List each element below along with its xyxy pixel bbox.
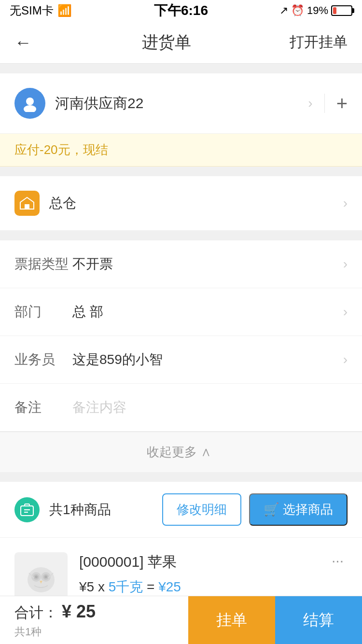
total-count: 共1种 bbox=[14, 625, 174, 639]
invoice-chevron-icon: › bbox=[343, 256, 348, 272]
subtotal: ¥25 bbox=[158, 579, 181, 594]
remark-placeholder: 备注内容 bbox=[72, 398, 348, 417]
svg-point-1 bbox=[24, 105, 36, 112]
product-icon bbox=[14, 497, 40, 522]
total-amount: ¥ 25 bbox=[62, 602, 96, 622]
status-bar-left: 无SIM卡 📶 bbox=[10, 3, 72, 18]
alarm-icon: ⏰ bbox=[291, 4, 304, 17]
invoice-type-value: 不开票 bbox=[72, 255, 343, 273]
wifi-icon: 📶 bbox=[57, 4, 72, 17]
owl-logo-icon bbox=[22, 560, 60, 598]
carrier-label: 无SIM卡 bbox=[10, 3, 54, 18]
hold-button[interactable]: 挂单 bbox=[188, 596, 275, 644]
supplier-name: 河南供应商22 bbox=[55, 94, 308, 113]
invoice-section: 票据类型 不开票 › 部门 总 部 › 业务员 这是859的小智 › 备注 备注… bbox=[0, 240, 362, 432]
back-button[interactable]: ← bbox=[14, 32, 43, 53]
battery-icon bbox=[331, 5, 352, 16]
invoice-type-label: 票据类型 bbox=[14, 255, 72, 273]
remark-label: 备注 bbox=[14, 398, 72, 417]
supplier-section: 河南供应商22 › + 应付-20元，现结 bbox=[0, 73, 362, 167]
product-title: 苹果 bbox=[148, 554, 177, 570]
total-main: 合计： ¥ 25 bbox=[14, 602, 174, 623]
nav-title: 进货单 bbox=[142, 31, 191, 54]
collapse-row[interactable]: 收起更多 ∧ bbox=[0, 432, 362, 472]
salesperson-chevron-icon: › bbox=[343, 352, 348, 367]
add-button[interactable]: + bbox=[336, 93, 348, 114]
salesperson-row[interactable]: 业务员 这是859的小智 › bbox=[0, 336, 362, 384]
top-divider bbox=[0, 64, 362, 73]
warehouse-icon bbox=[14, 191, 40, 216]
cart-icon: 🛒 bbox=[264, 502, 279, 517]
department-row[interactable]: 部门 总 部 › bbox=[0, 288, 362, 336]
svg-point-11 bbox=[35, 575, 38, 578]
invoice-type-row[interactable]: 票据类型 不开票 › bbox=[0, 240, 362, 288]
warehouse-row[interactable]: 总仓 › bbox=[0, 176, 362, 231]
product-price-row: ¥5 x 5千克 = ¥25 bbox=[79, 578, 328, 596]
department-value: 总 部 bbox=[72, 303, 343, 321]
product-code: [0000001] bbox=[79, 554, 143, 570]
supplier-row[interactable]: 河南供应商22 › + bbox=[0, 73, 362, 134]
status-bar: 无SIM卡 📶 下午6:16 ↗ ⏰ 19% bbox=[0, 0, 362, 21]
collapse-label: 收起更多 ∧ bbox=[147, 444, 211, 461]
chevron-right-icon: › bbox=[308, 96, 312, 111]
warehouse-section: 总仓 › bbox=[0, 176, 362, 231]
bottom-bar: 合计： ¥ 25 共1种 挂单 结算 bbox=[0, 596, 362, 644]
warehouse-name: 总仓 bbox=[49, 194, 343, 212]
hold-label: 挂单 bbox=[216, 610, 247, 631]
product-info: [0000001] 苹果 ¥5 x 5千克 = ¥25 bbox=[79, 552, 328, 596]
divider-2 bbox=[0, 231, 362, 240]
warehouse-chevron-icon: › bbox=[343, 196, 348, 211]
multiply-sign: x bbox=[98, 579, 109, 594]
department-chevron-icon: › bbox=[343, 304, 348, 320]
more-options-button[interactable]: ··· bbox=[328, 552, 348, 569]
equals-sign: = bbox=[147, 579, 158, 594]
status-bar-right: ↗ ⏰ 19% bbox=[279, 4, 352, 17]
location-icon: ↗ bbox=[279, 4, 288, 17]
payment-hint: 应付-20元，现结 bbox=[0, 134, 362, 167]
department-label: 部门 bbox=[14, 303, 72, 321]
checkout-button[interactable]: 结算 bbox=[275, 596, 362, 644]
remark-row[interactable]: 备注 备注内容 bbox=[0, 384, 362, 432]
total-area: 合计： ¥ 25 共1种 bbox=[0, 596, 188, 644]
divider-3 bbox=[0, 472, 362, 482]
total-label: 合计： bbox=[14, 603, 58, 623]
svg-point-12 bbox=[44, 575, 47, 578]
edit-detail-button[interactable]: 修改明细 bbox=[162, 493, 241, 526]
product-header: 共1种商品 修改明细 🛒 选择商品 bbox=[0, 482, 362, 538]
select-product-button[interactable]: 🛒 选择商品 bbox=[249, 493, 348, 526]
salesperson-label: 业务员 bbox=[14, 350, 72, 369]
svg-point-0 bbox=[26, 98, 34, 105]
quantity: 5千克 bbox=[109, 579, 143, 594]
status-bar-time: 下午6:16 bbox=[154, 1, 208, 20]
battery-label: 19% bbox=[307, 4, 328, 17]
svg-point-6 bbox=[28, 567, 55, 592]
unit-price: ¥5 bbox=[79, 579, 94, 594]
salesperson-value: 这是859的小智 bbox=[72, 350, 343, 369]
open-hold-button[interactable]: 打开挂单 bbox=[290, 32, 348, 52]
divider-1 bbox=[0, 167, 362, 176]
checkout-label: 结算 bbox=[303, 610, 334, 631]
vertical-divider bbox=[324, 94, 325, 113]
product-count: 共1种商品 bbox=[49, 501, 162, 519]
svg-rect-2 bbox=[25, 204, 29, 209]
nav-bar: ← 进货单 打开挂单 bbox=[0, 21, 362, 64]
svg-rect-3 bbox=[21, 506, 33, 516]
product-name: [0000001] 苹果 bbox=[79, 552, 328, 572]
avatar bbox=[14, 88, 45, 119]
select-product-label: 选择商品 bbox=[283, 501, 333, 518]
